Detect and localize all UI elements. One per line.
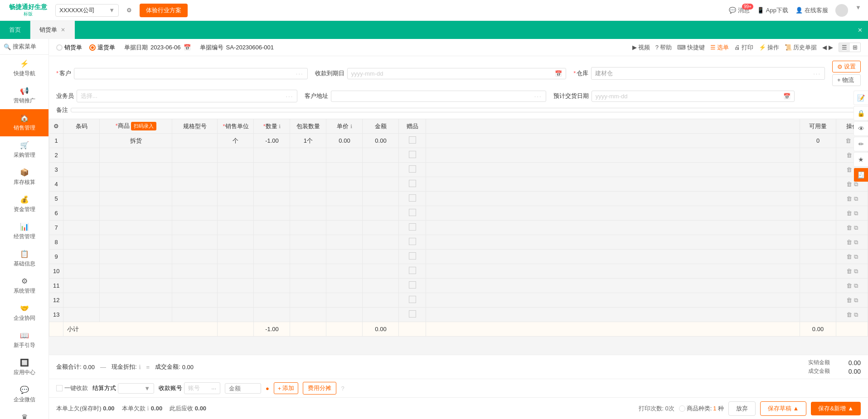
expected-date-input[interactable]: yyyy-mm-dd 📅 <box>592 91 795 102</box>
float-action-btn[interactable]: 🧾 <box>853 168 868 182</box>
prev-icon[interactable]: ◀ <box>822 44 827 51</box>
delete-icon[interactable]: 🗑 <box>846 224 852 231</box>
radio-return-order[interactable]: 退货单 <box>89 43 115 52</box>
action-btn[interactable]: ⚡ 操作 <box>759 43 779 52</box>
delete-icon[interactable]: 🗑 <box>846 297 852 303</box>
sidebar-item-enterprise[interactable]: 🤝 企业协同 <box>0 299 48 327</box>
gift-checkbox[interactable] <box>409 223 416 231</box>
pay-checkbox[interactable] <box>56 385 63 391</box>
warehouse-input[interactable]: 建材仓 ··· <box>591 67 825 80</box>
delete-icon[interactable]: 🗑 <box>846 152 852 159</box>
close-all-tabs[interactable]: ✕ <box>852 21 868 39</box>
payment-amount-input[interactable] <box>225 383 261 394</box>
scan-button[interactable]: 扫码录入 <box>131 122 156 130</box>
row-amount[interactable]: 0.00 <box>363 134 399 148</box>
row-spec[interactable] <box>172 134 218 148</box>
radio-sales-order[interactable]: 销货单 <box>56 43 82 52</box>
sidebar-item-inventory[interactable]: 📦 库存核算 <box>0 164 48 191</box>
gift-checkbox[interactable] <box>409 151 416 158</box>
gift-checkbox[interactable] <box>409 180 416 187</box>
copy-icon[interactable]: ⧉ <box>854 268 858 275</box>
copy-icon[interactable]: ⧉ <box>854 224 858 231</box>
gift-checkbox[interactable] <box>409 165 416 173</box>
sidebar-item-marketing[interactable]: 📢 营销推广 <box>0 82 48 109</box>
avatar[interactable] <box>835 4 848 17</box>
sidebar-item-basics[interactable]: 📋 基础信息 <box>0 245 48 272</box>
avatar-arrow[interactable]: ▼ <box>855 4 863 17</box>
delete-icon[interactable]: 🗑 <box>846 166 852 173</box>
next-icon[interactable]: ▶ <box>829 44 833 51</box>
delete-icon[interactable]: 🗑 <box>846 268 852 275</box>
row-qty[interactable]: -1.00 <box>254 134 290 148</box>
sidebar-item-operations[interactable]: 📊 经营管理 <box>0 218 48 245</box>
float-edit-btn[interactable]: ✏ <box>853 137 868 151</box>
delete-icon[interactable]: 🗑 <box>846 181 852 188</box>
online-service-button[interactable]: 👤 在线客服 <box>795 6 828 14</box>
history-btn[interactable]: 📜 历史单据 <box>785 43 817 52</box>
trial-button[interactable]: 体验行业方案 <box>140 4 188 17</box>
float-note-btn[interactable]: 📝 <box>853 91 868 105</box>
row-pkg-qty[interactable]: 1个 <box>290 134 326 148</box>
note-input[interactable] <box>71 108 861 112</box>
product-type-radio[interactable] <box>679 405 685 412</box>
delete-icon[interactable]: 🗑 <box>846 282 852 289</box>
due-date-input[interactable]: yyyy-mm-dd 📅 <box>347 68 567 79</box>
sidebar-item-system[interactable]: ⚙ 系统管理 <box>0 272 48 299</box>
sidebar-item-quick-nav[interactable]: ⚡ 快捷导航 <box>0 55 48 82</box>
tab-home[interactable]: 首页 <box>0 21 30 39</box>
message-button[interactable]: 💬 消息 99+ <box>729 6 750 14</box>
list-view-btn[interactable]: ☰ <box>839 43 850 52</box>
customer-input[interactable]: ··· <box>74 68 308 79</box>
row-gift[interactable] <box>399 134 426 148</box>
copy-icon[interactable]: ⧉ <box>854 239 858 246</box>
col-settings[interactable]: ⚙ <box>49 119 63 134</box>
delete-icon[interactable]: 🗑 <box>846 253 852 260</box>
sidebar-item-finance[interactable]: 💰 资金管理 <box>0 191 48 218</box>
sidebar-item-sales[interactable]: 🏠 销售管理 <box>0 109 48 136</box>
float-eye-btn[interactable]: 👁 <box>853 121 868 136</box>
print-btn[interactable]: 🖨 打印 <box>734 43 753 52</box>
tab-close-icon[interactable]: ✕ <box>61 27 65 33</box>
sidebar-item-wecom[interactable]: 💬 企业微信 <box>0 381 48 408</box>
calendar-icon[interactable]: 📅 <box>184 44 191 51</box>
gift-checkbox[interactable] <box>409 310 416 318</box>
sidebar-item-vip[interactable]: ♛ 畅会员 <box>0 408 48 419</box>
gift-checkbox[interactable] <box>409 209 416 216</box>
gift-checkbox[interactable] <box>409 267 416 274</box>
date-value[interactable]: 2023-06-06 <box>150 44 181 51</box>
delete-icon[interactable]: 🗑 <box>846 195 852 202</box>
delete-icon[interactable]: 🗑 <box>846 311 852 318</box>
discount-help-icon[interactable]: ℹ <box>139 364 141 371</box>
app-download-button[interactable]: 📱 App下载 <box>757 6 788 14</box>
sidebar-item-newbie[interactable]: 📖 新手引导 <box>0 327 48 354</box>
logistics-button[interactable]: + 物流 <box>832 74 861 86</box>
one-click-pay[interactable]: 一键收款 <box>56 384 88 392</box>
help-btn[interactable]: ? 帮助 <box>655 43 672 52</box>
shortcut-btn[interactable]: ⌨ 快捷键 <box>677 43 705 52</box>
copy-icon[interactable]: ⧉ <box>854 195 858 202</box>
row-unit[interactable]: 个 <box>218 134 254 148</box>
gift-checkbox[interactable] <box>409 136 416 144</box>
delete-icon[interactable]: 🗑 <box>846 210 852 217</box>
gift-checkbox[interactable] <box>409 238 416 245</box>
gift-checkbox[interactable] <box>409 252 416 260</box>
copy-icon[interactable]: ⧉ <box>854 297 858 303</box>
copy-icon[interactable]: ⧉ <box>854 210 858 217</box>
row-product[interactable]: 拆货 <box>100 134 172 148</box>
order-no-value[interactable]: SA-20230606-001 <box>226 44 274 51</box>
delete-icon[interactable]: 🗑 <box>845 137 851 144</box>
row-barcode[interactable] <box>63 134 100 148</box>
account-dropdown[interactable]: 账号 ··· <box>184 382 220 394</box>
expense-split-button[interactable]: 费用分摊 <box>303 382 336 395</box>
gift-checkbox[interactable] <box>409 281 416 289</box>
copy-icon[interactable]: ⧉ <box>854 311 858 318</box>
select-btn[interactable]: ☰ 选单 <box>710 43 729 52</box>
row-price[interactable]: 0.00 <box>326 134 363 148</box>
sidebar-item-purchase[interactable]: 🛒 采购管理 <box>0 136 48 164</box>
float-star-btn[interactable]: ★ <box>853 152 868 167</box>
customer-addr-input[interactable]: ··· <box>331 91 546 102</box>
copy-icon[interactable]: ⧉ <box>854 282 858 289</box>
delete-icon[interactable]: 🗑 <box>846 239 852 246</box>
gift-checkbox[interactable] <box>409 296 416 303</box>
grid-view-btn[interactable]: ⊞ <box>850 43 860 52</box>
